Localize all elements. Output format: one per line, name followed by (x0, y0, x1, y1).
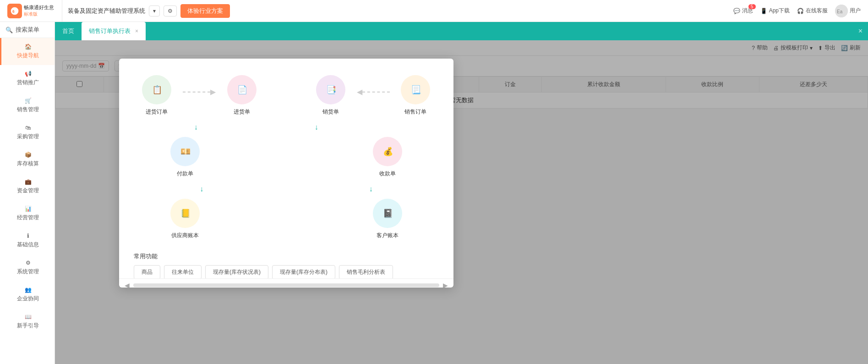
sidebar-label-guide: 新手引导 (17, 322, 39, 330)
arrow-down-payment: ↓ (187, 185, 216, 193)
sidebar-label-operation: 经营管理 (17, 214, 39, 222)
arrow-down-receipt: ↓ (356, 185, 386, 193)
flow-supplier-account[interactable]: 📒 供应商账本 (165, 193, 205, 245)
tab-close-all-btn[interactable]: × (858, 27, 863, 35)
flow-purchase-bill[interactable]: 📄 进货单 (222, 70, 262, 121)
svg-text:📓: 📓 (383, 208, 393, 218)
sidebar-item-basic[interactable]: ℹ 基础信息 (0, 227, 55, 254)
sidebar-label-basic: 基础信息 (17, 241, 39, 249)
top-right-area: 💬 消息 5 📱 App下载 🎧 在线客服 Ea 用户 (733, 5, 861, 17)
settings-btn[interactable]: ⚙ (164, 5, 177, 16)
headset-icon: 🎧 (797, 8, 804, 14)
logo-sub: 标准版 (24, 11, 54, 17)
online-service-btn[interactable]: 🎧 在线客服 (797, 7, 828, 15)
flow-arrows-down-2: ↓ ↓ (134, 185, 439, 193)
sidebar-label-finance: 资金管理 (17, 187, 39, 195)
arrow-left-1: ◀ (357, 87, 390, 96)
tab-bar: 首页 销售订单执行表 × × (55, 22, 868, 40)
bag-icon: 🛍 (25, 125, 31, 131)
user-name: 用户 (850, 7, 861, 15)
logo-icon: 6 (7, 4, 22, 18)
box-icon: 📦 (25, 152, 32, 158)
flow-receipt-bill[interactable]: 💰 收款单 (367, 131, 408, 183)
sidebar-item-purchase[interactable]: 🛍 采购管理 (0, 119, 55, 146)
sidebar-item-corp[interactable]: 👥 企业协同 (0, 281, 55, 308)
sidebar-item-system[interactable]: ⚙ 系统管理 (0, 254, 55, 281)
sidebar-label-purchase: 采购管理 (17, 133, 39, 141)
sidebar-item-marketing[interactable]: 📢 营销推广 (0, 65, 55, 92)
avatar: Ea (835, 5, 848, 17)
wallet-icon: 💼 (25, 179, 32, 185)
sidebar-item-finance[interactable]: 💼 资金管理 (0, 173, 55, 200)
guide-icon: 📖 (25, 314, 32, 320)
svg-text:📃: 📃 (411, 85, 421, 95)
func-buttons-row1: 商品 往来单位 现存量(库存状况表) 现存量(库存分布表) 销售毛利分析表 商品… (134, 265, 439, 278)
scroll-area: ◀ ▶ (119, 278, 453, 288)
tab-home-label: 首页 (62, 27, 74, 35)
tab-sales-order[interactable]: 销售订单执行表 × (82, 22, 146, 40)
flow-circle-customer: 📓 (373, 199, 402, 228)
arrow-down-purchase: ↓ (181, 123, 211, 131)
sidebar-item-inventory[interactable]: 📦 库存核算 (0, 146, 55, 173)
cart-icon: 🛒 (25, 98, 32, 104)
sidebar-label-quick: 快捷导航 (17, 52, 39, 60)
common-func-title: 常用功能 (134, 252, 439, 261)
scroll-bar[interactable] (133, 283, 439, 287)
settings-icon: ⚙ (168, 8, 173, 14)
flow-label-sales-bill: 销货单 (322, 108, 339, 116)
flow-circle-receipt: 💰 (373, 137, 402, 166)
flow-purchase-order[interactable]: 📋 进货订单 (136, 70, 177, 121)
sidebar-item-quick-nav[interactable]: 🏠 快捷导航 (0, 38, 55, 65)
sidebar-item-guide[interactable]: 📖 新手引导 (0, 308, 55, 335)
func-btn-sales-profit[interactable]: 销售毛利分析表 (339, 265, 393, 278)
svg-text:💰: 💰 (383, 147, 393, 157)
tab-close-btn[interactable]: × (135, 28, 138, 34)
scroll-left-btn[interactable]: ◀ (125, 282, 130, 288)
func-btn-partners[interactable]: 往来单位 (164, 265, 202, 278)
flow-label-purchase-bill: 进货单 (234, 108, 250, 116)
gear-icon: ⚙ (26, 260, 31, 266)
online-service-label: 在线客服 (806, 7, 828, 15)
flow-customer-account[interactable]: 📓 客户账本 (367, 193, 408, 245)
trial-btn[interactable]: 体验行业方案 (180, 4, 230, 18)
app-download-btn[interactable]: 📱 App下载 (760, 7, 790, 15)
svg-text:6: 6 (12, 9, 15, 14)
svg-text:📄: 📄 (237, 85, 248, 95)
modal-content: 📋 进货订单 ▶ (119, 59, 453, 278)
megaphone-icon: 📢 (25, 71, 32, 77)
flow-payment-bill[interactable]: 💴 付款单 (165, 131, 205, 183)
message-btn[interactable]: 💬 消息 5 (733, 7, 753, 15)
phone-icon: 📱 (760, 8, 767, 14)
svg-text:Ea: Ea (837, 9, 843, 14)
flow-circle-sales-bill: 📑 (316, 75, 345, 104)
search-icon: 🔍 (5, 27, 13, 33)
func-btn-stock-dist[interactable]: 现存量(库存分布表) (272, 265, 335, 278)
arrow-right-1: ▶ (183, 87, 216, 96)
logo-text: 畅康通好生意 (24, 4, 54, 11)
common-func-section: 常用功能 商品 往来单位 现存量(库存状况表) 现存量(库存分布表) 销售毛利分… (134, 252, 439, 278)
modal-overlay[interactable]: 📋 进货订单 ▶ (55, 40, 868, 364)
dropdown-btn[interactable]: ▾ (149, 5, 160, 16)
arrow-down-sales: ↓ (302, 123, 331, 131)
flow-sales-order[interactable]: 📃 销售订单 (395, 70, 436, 121)
top-nav: 装备及固定资产辅助管理系统 ▾ ⚙ 体验行业方案 (62, 4, 733, 18)
user-menu[interactable]: Ea 用户 (835, 5, 861, 17)
sidebar-label-marketing: 营销推广 (17, 79, 39, 87)
flow-label-purchase-order: 进货订单 (146, 108, 168, 116)
scroll-right-btn[interactable]: ▶ (443, 282, 448, 288)
message-badge: 5 (748, 4, 756, 9)
tab-home[interactable]: 首页 (55, 22, 82, 40)
func-btn-goods[interactable]: 商品 (134, 265, 160, 278)
flow-label-payment: 付款单 (177, 170, 193, 178)
flow-sales-bill[interactable]: 📑 销货单 (311, 70, 351, 121)
sidebar-label-sales: 销售管理 (17, 106, 39, 114)
tab-sales-order-label: 销售订单执行表 (89, 27, 131, 35)
sidebar-search[interactable]: 🔍 搜索菜单 (0, 22, 55, 38)
sidebar-item-operation[interactable]: 📊 经营管理 (0, 200, 55, 227)
func-btn-stock-status[interactable]: 现存量(库存状况表) (205, 265, 268, 278)
flow-label-supplier: 供应商账本 (171, 232, 199, 239)
app-download-label: App下载 (769, 7, 790, 15)
flow-circle-purchase-bill: 📄 (227, 75, 257, 104)
sidebar-item-sales[interactable]: 🛒 销售管理 (0, 92, 55, 119)
message-icon: 💬 (733, 8, 740, 14)
